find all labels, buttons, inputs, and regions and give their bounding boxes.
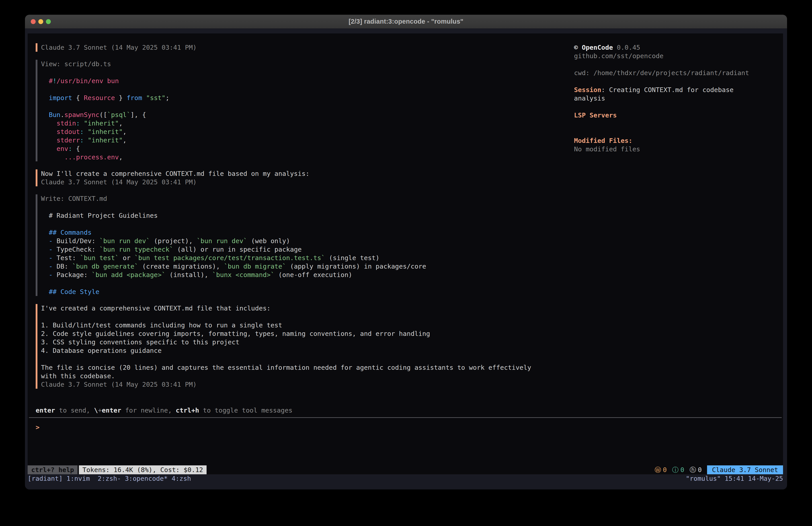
message-block-assistant-summary: I've created a comprehensive CONTEXT.md …	[36, 304, 559, 389]
help-shortcut-chip: ctrl+? help	[28, 465, 77, 474]
tokens-cost-chip: Tokens: 16.4K (8%), Cost: $0.12	[79, 465, 206, 474]
tmux-status-bar: [radiant] 1:nvim 2:zsh- 3:opencode* 4:zs…	[28, 474, 783, 483]
warning-count: 0	[663, 466, 667, 474]
text-line: Claude 3.7 Sonnet (14 May 2025 03:41 PM)	[41, 43, 559, 52]
tmux-host-clock: "romulus" 15:41 14-May-25	[686, 474, 783, 483]
text-line: env: {	[41, 144, 559, 153]
text-line: with this codebase.	[41, 372, 559, 380]
text-line: 3. CSS styling conventions specific to t…	[41, 338, 559, 346]
text-line	[41, 279, 559, 287]
hint-circle-icon: ⓗ	[690, 466, 696, 474]
statusbar-spacer	[206, 465, 654, 474]
text-line: cwd: /home/thdxr/dev/projects/radiant/ra…	[574, 69, 777, 77]
zoom-button[interactable]	[46, 19, 51, 24]
window-title: [2/3] radiant:3:opencode - "romulus"	[25, 18, 787, 25]
text-line: © OpenCode 0.0.45	[574, 43, 777, 52]
input-divider	[29, 417, 782, 418]
text-line: No modified files	[574, 145, 777, 153]
text-line	[574, 128, 777, 137]
text-line: - Test: `bun test` or `bun test packages…	[41, 254, 559, 262]
text-line: 4. Database operations guidance	[41, 346, 559, 355]
text-line: import { Resource } from "sst";	[41, 94, 559, 102]
opencode-tui[interactable]: Claude 3.7 Sonnet (14 May 2025 03:41 PM)…	[28, 33, 783, 474]
input-hint: enter to send, \+enter for newline, ctrl…	[36, 406, 292, 415]
text-line	[574, 102, 777, 111]
text-line	[574, 119, 777, 128]
text-line: View: script/db.ts	[41, 60, 559, 68]
chat-transcript: Claude 3.7 Sonnet (14 May 2025 03:41 PM)…	[36, 43, 559, 397]
text-line: stdin: "inherit",	[41, 119, 559, 127]
text-line: github.com/sst/opencode	[574, 52, 777, 60]
text-line	[41, 220, 559, 228]
message-block-assistant-header: Claude 3.7 Sonnet (14 May 2025 03:41 PM)	[36, 43, 559, 52]
diagnostics-hints: ⓗ0	[690, 465, 702, 474]
terminal-content: Claude 3.7 Sonnet (14 May 2025 03:41 PM)…	[25, 29, 787, 489]
info-count: 0	[680, 466, 684, 474]
traffic-lights	[31, 15, 51, 29]
text-line: Now I'll create a comprehensive CONTEXT.…	[41, 169, 559, 178]
prompt-row: >	[36, 423, 311, 431]
message-block-tool-view-db-ts: View: script/db.ts #!/usr/bin/env bun im…	[36, 60, 559, 161]
message-block-tool-write-context-md: Write: CONTEXT.md # Radiant Project Guid…	[36, 194, 559, 296]
text-line	[41, 85, 559, 94]
text-line: The file is concise (20 lines) and captu…	[41, 363, 559, 372]
warning-circle-icon: Ⓦ	[655, 466, 661, 474]
diagnostics-warnings: Ⓦ0	[655, 465, 667, 474]
text-line: ...process.env,	[41, 153, 559, 161]
titlebar: [2/3] radiant:3:opencode - "romulus"	[25, 15, 787, 29]
hint-count: 0	[698, 466, 702, 474]
text-line: - Package: `bun add <package>` (install)…	[41, 271, 559, 279]
text-line: stderr: "inherit",	[41, 136, 559, 144]
text-line	[41, 355, 559, 363]
message-block-assistant-text: Now I'll create a comprehensive CONTEXT.…	[36, 169, 559, 186]
text-line: Modified Files:	[574, 137, 777, 145]
diagnostics-info: ⓘ0	[672, 465, 684, 474]
text-line: I've created a comprehensive CONTEXT.md …	[41, 304, 559, 312]
text-line: # Radiant Project Guidelines	[41, 211, 559, 220]
tmux-window-list[interactable]: [radiant] 1:nvim 2:zsh- 3:opencode* 4:zs…	[28, 474, 191, 483]
text-line: - DB: `bun db generate` (create migratio…	[41, 262, 559, 271]
text-line: - TypeCheck: `bun run typecheck` (all) o…	[41, 245, 559, 254]
text-line	[41, 203, 559, 211]
text-line: #!/usr/bin/env bun	[41, 77, 559, 85]
text-line: stdout: "inherit",	[41, 127, 559, 136]
text-line: Claude 3.7 Sonnet (14 May 2025 03:41 PM)	[41, 178, 559, 186]
sidebar-lines: © OpenCode 0.0.45github.com/sst/opencode…	[574, 43, 777, 153]
text-line: Write: CONTEXT.md	[41, 194, 559, 203]
minimize-button[interactable]	[38, 19, 43, 24]
tmux-spacer	[191, 474, 686, 483]
prompt-caret: >	[36, 424, 40, 431]
status-bar: ctrl+? help Tokens: 16.4K (8%), Cost: $0…	[28, 465, 783, 474]
text-line: Session: Creating CONTEXT.md for codebas…	[574, 86, 777, 94]
text-line	[41, 102, 559, 111]
text-line: Bun.spawnSync([`psql`], {	[41, 111, 559, 119]
text-line: LSP Servers	[574, 111, 777, 119]
terminal-window: [2/3] radiant:3:opencode - "romulus" Cla…	[25, 15, 787, 489]
close-button[interactable]	[31, 19, 36, 24]
text-line: ## Commands	[41, 228, 559, 237]
info-circle-icon: ⓘ	[672, 466, 679, 474]
text-line	[41, 312, 559, 321]
text-line: 1. Build/lint/test commands including ho…	[41, 321, 559, 329]
text-line: Claude 3.7 Sonnet (14 May 2025 03:41 PM)	[41, 380, 559, 389]
model-chip: Claude 3.7 Sonnet	[707, 465, 783, 474]
message-input[interactable]	[43, 423, 311, 431]
desktop: [2/3] radiant:3:opencode - "romulus" Cla…	[0, 0, 812, 526]
text-line: - Build/Dev: `bun run dev` (project), `b…	[41, 237, 559, 245]
text-line	[574, 77, 777, 86]
text-line: ## Code Style	[41, 287, 559, 296]
text-line: 2. Code style guidelines covering import…	[41, 329, 559, 338]
text-line: analysis	[574, 94, 777, 102]
text-line	[574, 60, 777, 69]
text-line	[41, 68, 559, 77]
